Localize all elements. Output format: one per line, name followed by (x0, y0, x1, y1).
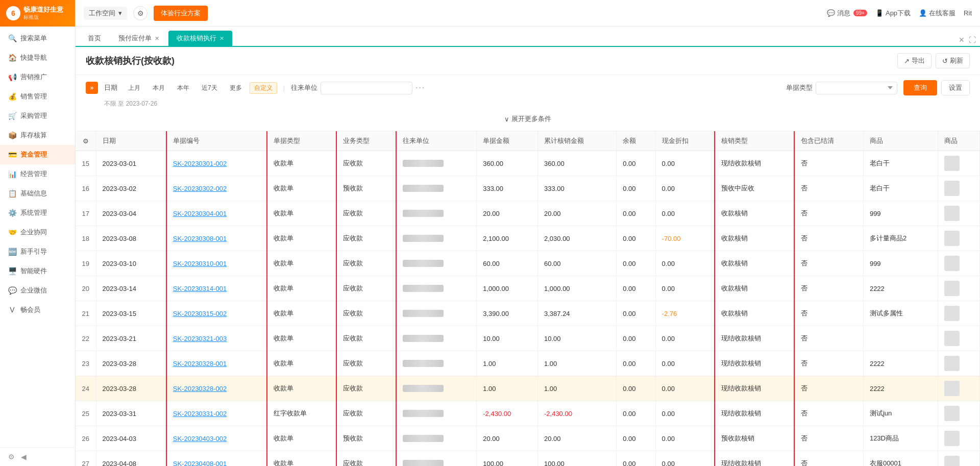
cell-biztype: 应收款 (336, 226, 396, 251)
sidebar-item-wechat[interactable]: 💬 企业微信 (0, 281, 75, 300)
table-row: 26 2023-04-03 SK-20230403-002 收款单 预收款 ██… (76, 426, 980, 451)
cell-no: 15 (76, 151, 96, 176)
cell-verifytype: 收款核销 (715, 251, 794, 276)
doc-link[interactable]: SK-20230304-001 (173, 210, 227, 217)
tab-collection[interactable]: 收款核销执行 ✕ (168, 31, 232, 46)
cell-date: 2023-03-21 (96, 326, 166, 351)
settings-icon[interactable]: ⚙ (8, 453, 15, 461)
sidebar-label-system: 系统管理 (20, 208, 47, 217)
prepay-tab-close-icon[interactable]: ✕ (155, 35, 159, 42)
sidebar-label-guide: 新手引导 (20, 247, 47, 256)
doc-link[interactable]: SK-20230308-001 (173, 235, 227, 242)
col-included: 包含已结清 (794, 131, 864, 151)
cell-no: 17 (76, 201, 96, 226)
service-btn[interactable]: 👤 在线客服 (919, 9, 955, 18)
home-tab-label: 首页 (88, 34, 101, 43)
cell-verified: 1.00 (537, 351, 616, 376)
refresh-btn[interactable]: ↺ 刷新 (936, 53, 970, 68)
filter-doctype-group: 单据类型 (786, 82, 897, 94)
filter-doctype-select[interactable] (816, 82, 897, 94)
sidebar-item-quicknav[interactable]: 🏠 快捷导航 (0, 48, 75, 67)
close-window-icon[interactable]: ✕ (959, 36, 965, 44)
page-content: 收款核销执行(按收款) ↗ 导出 ↺ 刷新 » 日期 上月 本月 (76, 47, 980, 466)
workspace-selector[interactable]: 工作空间 ▾ (84, 7, 127, 20)
message-label: 消息 (837, 9, 850, 18)
cell-verifytype: 收款核销 (715, 301, 794, 326)
sidebar-item-purchase[interactable]: 🛒 采购管理 (0, 106, 75, 126)
sidebar-item-inventory[interactable]: 📦 库存核算 (0, 126, 75, 145)
cell-verifytype: 收款核销 (715, 201, 794, 226)
doc-link[interactable]: SK-20230328-001 (173, 360, 227, 367)
cell-included: 否 (794, 251, 864, 276)
filter-last-month-btn[interactable]: 上月 (124, 82, 145, 94)
product-thumb (944, 381, 960, 396)
experience-btn[interactable]: 体验行业方案 (154, 6, 208, 21)
filter-7days-btn[interactable]: 近7天 (197, 82, 222, 94)
cell-doctype: 收款单 (267, 151, 336, 176)
collapse-icon[interactable]: ◀ (21, 453, 27, 461)
filter-bar: » 日期 上月 本月 本年 近7天 更多 自定义 | 往来单位 ··· 单据 (76, 75, 980, 131)
doc-link[interactable]: SK-20230310-001 (173, 260, 227, 267)
sidebar-icon-system: ⚙️ (8, 209, 16, 217)
sidebar-item-member[interactable]: V 畅会员 (0, 300, 75, 320)
doc-link[interactable]: SK-20230328-002 (173, 385, 227, 393)
collection-tab-close-icon[interactable]: ✕ (219, 35, 224, 42)
sidebar-item-hardware[interactable]: 🖥️ 智能硬件 (0, 261, 75, 281)
filter-custom-btn[interactable]: 自定义 (250, 82, 277, 94)
message-btn[interactable]: 💬 消息 99+ (827, 9, 867, 18)
query-btn[interactable]: 查询 (903, 80, 937, 95)
cell-product2 (938, 351, 979, 376)
doc-link[interactable]: SK-20230302-002 (173, 185, 227, 192)
cell-docno: SK-20230328-001 (166, 351, 267, 376)
doc-link[interactable]: SK-20230321-003 (173, 335, 227, 342)
topbar-settings-btn[interactable]: ⚙ (133, 6, 148, 20)
sidebar-label-quicknav: 快捷导航 (20, 53, 47, 62)
cell-verified: 3,387.24 (537, 301, 616, 326)
filter-partner-input[interactable] (321, 82, 412, 94)
cell-date: 2023-03-15 (96, 301, 166, 326)
cell-docno: SK-20230302-002 (166, 176, 267, 201)
doc-link[interactable]: SK-20230314-001 (173, 285, 227, 292)
sidebar-item-sales[interactable]: 💰 销售管理 (0, 87, 75, 106)
cell-docno: SK-20230328-002 (166, 376, 267, 401)
cell-verifytype: 现结收款核销 (715, 401, 794, 426)
doc-link[interactable]: SK-20230315-002 (173, 310, 227, 317)
logo-icon: 6 (6, 6, 20, 20)
doc-link[interactable]: SK-20230403-002 (173, 435, 227, 443)
cell-included: 否 (794, 376, 864, 401)
filter-dots[interactable]: ··· (415, 83, 425, 92)
sidebar-item-search[interactable]: 🔍 搜索菜单 (0, 29, 75, 48)
user-profile[interactable]: Rit (964, 9, 972, 17)
main-content: 工作空间 ▾ ⚙ 体验行业方案 💬 消息 99+ 📱 App下载 👤 在线客服 … (76, 0, 980, 466)
cell-verified: 1,000.00 (537, 276, 616, 301)
sidebar-item-operations[interactable]: 📊 经营管理 (0, 164, 75, 184)
tab-prepay[interactable]: 预付应付单 ✕ (110, 31, 167, 46)
sidebar-item-marketing[interactable]: 📢 营销推广 (0, 67, 75, 87)
filter-expand-more-btn[interactable]: ∨ 展开更多条件 (504, 114, 551, 124)
filter-expand-btn[interactable]: » (86, 82, 98, 94)
doc-link[interactable]: SK-20230408-001 (173, 460, 227, 467)
filter-settings-btn[interactable]: 设置 (941, 80, 970, 95)
cell-discount: 0.00 (655, 326, 715, 351)
nav-tabs: 首页 预付应付单 ✕ 收款核销执行 ✕ ✕ ⛶ (76, 27, 980, 47)
maximize-icon[interactable]: ⛶ (969, 36, 976, 44)
sidebar-item-finance[interactable]: 💳 资金管理 (0, 145, 75, 164)
cell-verifytype: 现结收款核销 (715, 326, 794, 351)
doc-link[interactable]: SK-20230301-002 (173, 160, 227, 167)
sidebar-item-guide[interactable]: 🆕 新手引导 (0, 242, 75, 261)
export-icon: ↗ (904, 57, 910, 65)
col-settings[interactable]: ⚙ (76, 131, 96, 151)
cell-no: 23 (76, 351, 96, 376)
cell-verified: 2,030.00 (537, 226, 616, 251)
sidebar-item-basic[interactable]: 📋 基础信息 (0, 184, 75, 203)
tab-home[interactable]: 首页 (80, 31, 109, 46)
filter-more-btn[interactable]: 更多 (225, 82, 247, 94)
doc-link[interactable]: SK-20230331-002 (173, 410, 227, 418)
app-download-btn[interactable]: 📱 App下载 (875, 9, 911, 18)
filter-this-year-btn[interactable]: 本年 (173, 82, 194, 94)
sidebar-item-system[interactable]: ⚙️ 系统管理 (0, 203, 75, 223)
filter-this-month-btn[interactable]: 本月 (148, 82, 169, 94)
export-btn[interactable]: ↗ 导出 (897, 53, 932, 68)
cell-balance: 0.00 (617, 401, 655, 426)
sidebar-item-enterprise[interactable]: 🤝 企业协同 (0, 223, 75, 242)
